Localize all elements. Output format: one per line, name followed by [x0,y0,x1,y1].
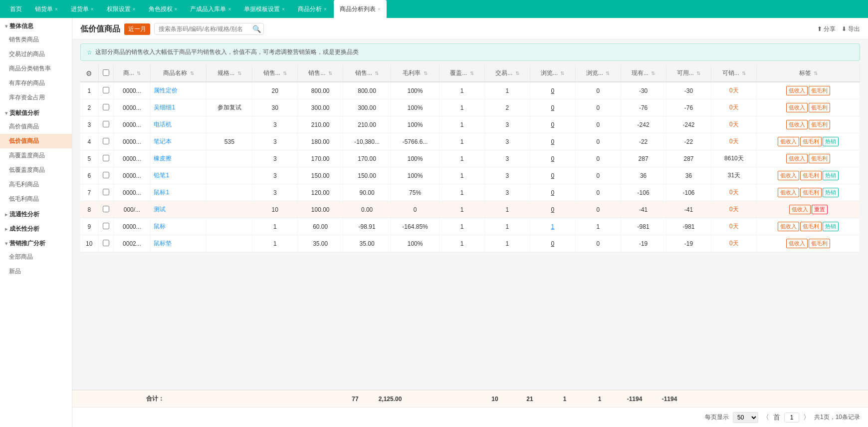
cell-checkbox[interactable] [98,133,113,150]
sidebar-item-new-products[interactable]: 新品 [0,264,72,279]
cell-views1[interactable]: 0 [530,201,575,218]
nav-product-analysis-list[interactable]: 商品分析列表 × [334,0,387,18]
sidebar-group-marketing[interactable]: ▾ 营销推广分析 [0,235,72,250]
cell-views1[interactable]: 0 [530,184,575,201]
sidebar-group-contribution[interactable]: ▾ 贡献值分析 [0,105,72,119]
views-link[interactable]: 0 [551,172,554,179]
views-link[interactable]: 0 [551,138,554,145]
nav-role-auth[interactable]: 角色授权 × [143,0,184,18]
cell-views1[interactable]: 0 [530,167,575,184]
search-input[interactable] [154,23,264,35]
nav-permission[interactable]: 权限设置 × [101,0,142,18]
close-icon[interactable]: × [133,6,136,12]
views-link[interactable]: 0 [551,189,554,196]
close-icon[interactable]: × [378,6,381,12]
views-link[interactable]: 0 [551,87,554,94]
close-icon[interactable]: × [55,6,58,12]
sidebar-item-high-margin[interactable]: 高毛利商品 [0,177,72,192]
next-page-button[interactable]: 〉 [803,413,810,422]
cell-views1[interactable]: 0 [530,116,575,133]
cell-views1[interactable]: 1 [530,218,575,235]
sidebar-item-traded-products[interactable]: 交易过的商品 [0,47,72,61]
sidebar-item-high-coverage[interactable]: 高覆盖度商品 [0,148,72,163]
nav-product-analysis[interactable]: 商品分析 × [292,0,333,18]
first-page-button[interactable]: 〈 [762,413,769,422]
cell-views1[interactable]: 0 [530,235,575,252]
prev-page-button[interactable]: 首 [773,413,780,422]
cell-views1[interactable]: 0 [530,99,575,116]
sidebar-item-low-coverage[interactable]: 低覆盖度商品 [0,163,72,177]
cell-checkbox[interactable] [98,218,113,235]
sidebar-group-growth[interactable]: ▸ 成长性分析 [0,221,72,235]
page-size-select[interactable]: 50 100 200 [733,412,758,423]
cell-name[interactable]: 属性定价 [151,82,207,99]
row-checkbox[interactable] [103,240,109,246]
views-link[interactable]: 0 [551,240,554,247]
row-checkbox[interactable] [103,121,109,127]
search-icon[interactable]: 🔍 [252,25,261,33]
cell-views1[interactable]: 0 [530,150,575,167]
sidebar-item-category-sales-rate[interactable]: 商品分类销售率 [0,61,72,76]
cell-name[interactable]: 鼠标 [151,218,207,235]
row-checkbox[interactable] [103,172,109,178]
close-icon[interactable]: × [228,6,231,12]
sidebar-group-circulation[interactable]: ▸ 流通性分析 [0,206,72,221]
cell-checkbox[interactable] [98,184,113,201]
cell-name[interactable]: 铅笔1 [151,167,207,184]
cell-name[interactable]: 鼠标1 [151,184,207,201]
cell-name[interactable]: 橡皮擦 [151,150,207,167]
sidebar-item-high-value[interactable]: 高价值商品 [0,119,72,134]
cell-checkbox[interactable] [98,150,113,167]
table-area[interactable]: ⚙ 商... ⇅ 商品名称 ⇅ 规格... ⇅ 销售... ⇅ 销售... ⇅ … [72,65,868,390]
close-icon[interactable]: × [175,6,178,12]
cell-name[interactable]: 鼠标垫 [151,235,207,252]
row-checkbox[interactable] [103,223,109,229]
cell-checkbox[interactable] [98,235,113,252]
select-all-checkbox[interactable] [103,69,109,76]
nav-sales-order[interactable]: 销货单 × [29,0,64,18]
th-checkbox[interactable] [98,65,113,82]
sidebar-group-overall[interactable]: ▾ 整体信息 [0,18,72,32]
sidebar-item-low-margin[interactable]: 低毛利商品 [0,192,72,206]
views-link[interactable]: 0 [551,121,554,128]
export-button[interactable]: ⬇ 导出 [842,25,860,33]
row-checkbox[interactable] [103,189,109,195]
row-checkbox[interactable] [103,104,109,110]
views-link[interactable]: 0 [551,206,554,213]
cell-checkbox[interactable] [98,82,113,99]
sidebar-item-stock-products[interactable]: 有库存的商品 [0,76,72,90]
filter-date-button[interactable]: 近一月 [124,23,150,35]
views-link[interactable]: 0 [551,155,554,162]
close-icon[interactable]: × [324,6,327,12]
sidebar-item-sales-products[interactable]: 销售类商品 [0,32,72,47]
views-link[interactable]: 1 [551,223,554,230]
views-link[interactable]: 0 [551,104,554,111]
nav-product-inbound[interactable]: 产成品入库单 × [184,0,237,18]
sidebar-item-stock-capital[interactable]: 库存资金占用 [0,90,72,105]
close-icon[interactable]: × [91,6,94,12]
nav-template-setting[interactable]: 单据模板设置 × [238,0,291,18]
sidebar-item-low-value[interactable]: 低价值商品 [0,134,72,148]
cell-views1[interactable]: 0 [530,133,575,150]
cell-name[interactable]: 电话机 [151,116,207,133]
cell-checkbox[interactable] [98,116,113,133]
row-checkbox[interactable] [103,206,109,212]
cell-checkbox[interactable] [98,99,113,116]
row-checkbox[interactable] [103,87,109,93]
gear-icon[interactable]: ⚙ [86,69,92,77]
cell-checkbox[interactable] [98,167,113,184]
cell-name[interactable]: 测试 [151,201,207,218]
cell-name[interactable]: 笔记本 [151,133,207,150]
nav-home[interactable]: 首页 [4,0,28,18]
share-button[interactable]: ⬆ 分享 [817,25,836,33]
nav-purchase-order[interactable]: 进货单 × [65,0,100,18]
close-icon[interactable]: × [282,6,285,12]
row-checkbox[interactable] [103,138,109,144]
row-checkbox[interactable] [103,155,109,161]
cell-views1[interactable]: 0 [530,82,575,99]
page-number-input[interactable] [784,413,799,423]
th-settings[interactable]: ⚙ [80,65,98,82]
sidebar-item-all-products[interactable]: 全部商品 [0,250,72,264]
cell-name[interactable]: 吴细细1 [151,99,207,116]
cell-checkbox[interactable] [98,201,113,218]
